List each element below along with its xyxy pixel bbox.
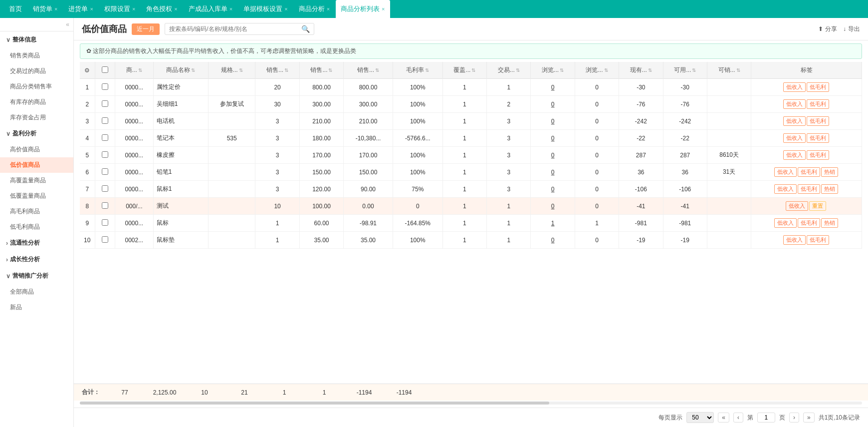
views1[interactable]: 0 — [531, 79, 575, 96]
export-button[interactable]: ↓ 导出 — [843, 25, 860, 33]
filter-button[interactable]: 近一月 — [132, 23, 160, 35]
row-checkbox[interactable] — [95, 96, 115, 113]
next-page-button[interactable]: › — [789, 413, 799, 423]
sidebar-item-销售类商品[interactable]: 销售类商品 — [0, 48, 73, 63]
row-checkbox[interactable] — [95, 79, 115, 96]
page-number-input[interactable] — [757, 413, 775, 423]
transactions: 3 — [487, 130, 531, 147]
page-size-select[interactable]: 50 100 200 — [686, 412, 714, 423]
row-checkbox[interactable] — [95, 164, 115, 181]
stock: -106 — [619, 181, 663, 198]
sidebar-item-交易过的商品[interactable]: 交易过的商品 — [0, 63, 73, 79]
nav-item-进货单[interactable]: 进货单 × — [63, 0, 98, 18]
row-checkbox[interactable] — [95, 130, 115, 147]
row-checkbox[interactable] — [95, 198, 115, 215]
scrollbar-thumb[interactable] — [80, 402, 549, 405]
row-checkbox[interactable] — [95, 113, 115, 130]
nav-item-销货单[interactable]: 销货单 × — [28, 0, 62, 18]
nav-item-权限设置[interactable]: 权限设置 × — [99, 0, 140, 18]
stock: 36 — [619, 164, 663, 181]
horizontal-scrollbar[interactable] — [80, 402, 862, 405]
views1[interactable]: 1 — [531, 215, 575, 232]
sidebar-item-高覆盖量商品[interactable]: 高覆盖量商品 — [0, 173, 73, 188]
sidebar-group-流通性分析[interactable]: ›流通性分析 — [0, 235, 73, 251]
nav-item-商品分析[interactable]: 商品分析 × — [294, 0, 335, 18]
group-arrow-icon: › — [6, 240, 8, 247]
nav-close-单据模板设置[interactable]: × — [284, 6, 287, 12]
last-page-button[interactable]: » — [803, 413, 815, 423]
nav-item-单据模板设置[interactable]: 单据模板设置 × — [238, 0, 292, 18]
sidebar-group-营销推广分析[interactable]: ∨营销推广分析 — [0, 268, 73, 284]
prev-page-button[interactable]: ‹ — [733, 413, 743, 423]
nav-close-产成品入库单[interactable]: × — [229, 6, 232, 12]
coverage: 1 — [442, 164, 486, 181]
nav-item-首页[interactable]: 首页 — [4, 0, 27, 18]
row-checkbox[interactable] — [95, 147, 115, 164]
views1[interactable]: 0 — [531, 96, 575, 113]
nav-close-权限设置[interactable]: × — [132, 6, 135, 12]
product-name: 鼠标 — [153, 215, 208, 232]
views1[interactable]: 0 — [531, 130, 575, 147]
sidebar-item-低价值商品[interactable]: 低价值商品 — [0, 157, 73, 173]
col-s1: 销售...⇅ — [255, 62, 299, 79]
share-button[interactable]: ⬆ 分享 — [818, 25, 837, 33]
search-input[interactable] — [169, 25, 298, 32]
nav-item-角色授权[interactable]: 角色授权 × — [141, 0, 182, 18]
table-row: 8000/...测试10100.000.0001100-41-41低收入重置 — [80, 198, 862, 215]
sales-qty: 3 — [255, 181, 299, 198]
views1[interactable]: 0 — [531, 181, 575, 198]
table-body: 10000...属性定价20800.00800.00100%1100-30-30… — [80, 79, 862, 249]
available: -19 — [663, 232, 707, 249]
sidebar-item-库存资金占用[interactable]: 库存资金占用 — [0, 110, 73, 125]
select-all-checkbox[interactable] — [102, 66, 108, 73]
first-page-button[interactable]: « — [718, 413, 729, 423]
nav-close-商品分析列表[interactable]: × — [382, 6, 385, 12]
sidebar-group-成长性分析[interactable]: ›成长性分析 — [0, 251, 73, 268]
product-name: 测试 — [153, 198, 208, 215]
sidebar-item-商品分类销售率[interactable]: 商品分类销售率 — [0, 79, 73, 94]
nav-close-商品分析[interactable]: × — [327, 6, 330, 12]
product-tag: 低毛利 — [807, 235, 829, 245]
coverage: 1 — [442, 198, 486, 215]
checkbox-col — [95, 62, 115, 79]
views2: 0 — [575, 181, 619, 198]
nav-close-进货单[interactable]: × — [90, 6, 93, 12]
footer-avail: -1194 — [389, 389, 419, 396]
tags: 低收入低毛利热销 — [751, 164, 862, 181]
views2: 0 — [575, 79, 619, 96]
sidebar-item-新品[interactable]: 新品 — [0, 300, 73, 315]
sidebar-item-高价值商品[interactable]: 高价值商品 — [0, 142, 73, 157]
gear-icon[interactable]: ⚙ — [84, 67, 90, 74]
row-checkbox[interactable] — [95, 215, 115, 232]
transactions: 3 — [487, 147, 531, 164]
views1[interactable]: 0 — [531, 232, 575, 249]
views1[interactable]: 0 — [531, 113, 575, 130]
sidebar-group-整体信息[interactable]: ∨整体信息 — [0, 31, 73, 48]
table-row: 60000...铅笔13150.00150.00100%1300363631天低… — [80, 164, 862, 181]
views1[interactable]: 0 — [531, 164, 575, 181]
sidebar-collapse-button[interactable]: « — [0, 18, 73, 31]
sidebar-item-低覆盖量商品[interactable]: 低覆盖量商品 — [0, 188, 73, 204]
sidebar-item-有库存的商品[interactable]: 有库存的商品 — [0, 94, 73, 110]
views1[interactable]: 0 — [531, 147, 575, 164]
row-checkbox[interactable] — [95, 232, 115, 249]
col-code: 商...⇅ — [115, 62, 153, 79]
sidebar-item-低毛利商品[interactable]: 低毛利商品 — [0, 219, 73, 235]
row-number: 5 — [80, 147, 95, 164]
views1[interactable]: 0 — [531, 198, 575, 215]
sales-profit: 210.00 — [344, 113, 393, 130]
sidebar-item-全部商品[interactable]: 全部商品 — [0, 284, 73, 300]
sidebar-item-高毛利商品[interactable]: 高毛利商品 — [0, 204, 73, 219]
sales-qty: 10 — [255, 198, 299, 215]
row-checkbox[interactable] — [95, 181, 115, 198]
product-tag: 低毛利 — [807, 116, 829, 126]
stock: -41 — [619, 198, 663, 215]
nav-item-产成品入库单[interactable]: 产成品入库单 × — [184, 0, 237, 18]
search-icon[interactable]: 🔍 — [301, 25, 310, 33]
coverage: 1 — [442, 79, 486, 96]
saleable-days — [707, 198, 751, 215]
nav-close-角色授权[interactable]: × — [174, 6, 177, 12]
nav-item-商品分析列表[interactable]: 商品分析列表 × — [336, 0, 390, 18]
nav-close-销货单[interactable]: × — [54, 6, 57, 12]
sidebar-group-盈利分析[interactable]: ∨盈利分析 — [0, 125, 73, 142]
